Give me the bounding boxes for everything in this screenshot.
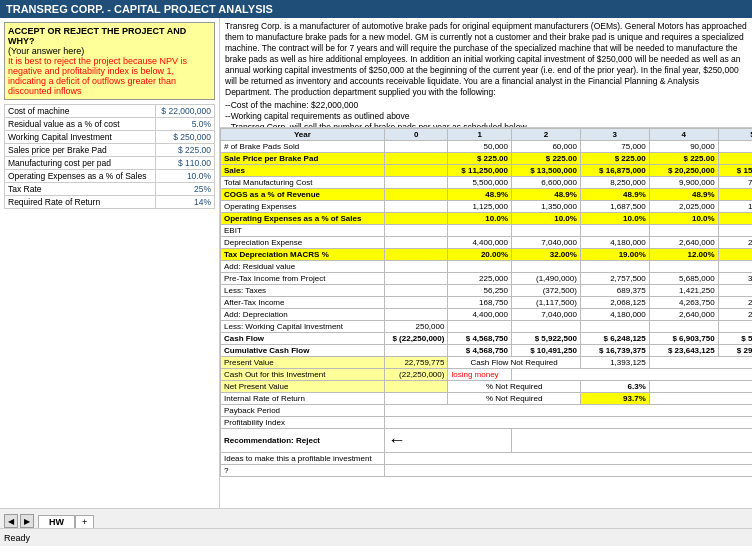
accept-reject-note2: It is best to reject the project because… (8, 56, 211, 96)
cell-r9-c4: 12.00% (649, 249, 718, 261)
title-text: TRANSREG CORP. - CAPITAL PROJECT ANALYSI… (6, 3, 273, 15)
cell-r7-c1 (448, 225, 512, 237)
cell-r16-c0: $ (22,250,000) (384, 333, 448, 345)
pv-value: 22,759,775 (384, 357, 448, 369)
cell-r10-c3 (580, 261, 649, 273)
irr-value: 6.3% (580, 381, 649, 393)
cell-r6-c4: 10.0% (649, 213, 718, 225)
cell-r0-c2: 60,000 (512, 141, 581, 153)
accept-reject-box: ACCEPT OR REJECT THE PROJECT AND WHY? (Y… (4, 22, 215, 100)
accept-reject-note1: (Your answer here) (8, 46, 211, 56)
table-row: Cash Flow$ (22,250,000)$ 4,568,750$ 5,92… (221, 333, 753, 345)
row-label-9: Tax Depreciation MACRS % (221, 249, 385, 261)
cell-r2-c1: $ 11,250,000 (448, 165, 512, 177)
cell-r2-c4: $ 20,250,000 (649, 165, 718, 177)
table-row: Less: Taxes56,250(372,500)689,3751,421,2… (221, 285, 753, 297)
row-label-13: After-Tax Income (221, 297, 385, 309)
input-value-7: 14% (156, 196, 215, 209)
cell-r9-c5: 12.00% (718, 249, 752, 261)
cell-r11-c1: 225,000 (448, 273, 512, 285)
bullets-container: --Cost of the machine: $22,000,000--Work… (225, 100, 747, 128)
input-value-5: 10.0% (156, 170, 215, 183)
recommendation-row: Recommendation: Reject ← (221, 429, 753, 453)
cell-r7-c3 (580, 225, 649, 237)
cell-r9-c2: 32.00% (512, 249, 581, 261)
cell-r12-c1: 56,250 (448, 285, 512, 297)
tab-hw[interactable]: HW (38, 515, 75, 528)
cell-r4-c0 (384, 189, 448, 201)
left-arrow[interactable]: ◀ (4, 514, 18, 528)
cell-r16-c5: $ 5,516,250 (718, 333, 752, 345)
year-1: 1 (448, 129, 512, 141)
cash-out-label: Cash Out for this Investment (221, 369, 385, 381)
cell-r14-c3: 4,180,000 (580, 309, 649, 321)
pi-value: 93.7% (580, 393, 649, 405)
npv-empty (384, 381, 448, 393)
input-value-3: $ 225.00 (156, 144, 215, 157)
cell-r3-c2: 6,600,000 (512, 177, 581, 189)
nav-arrows: ◀ ▶ (4, 514, 34, 528)
tab-add[interactable]: + (75, 515, 94, 528)
cell-r12-c2: (372,500) (512, 285, 581, 297)
cf-not-required: Cash Flow Not Required (448, 357, 580, 369)
input-value-6: 25% (156, 183, 215, 196)
row-label-7: EBIT (221, 225, 385, 237)
table-row: COGS as a % of Revenue48.9%48.9%48.9%48.… (221, 189, 753, 201)
row-label-6: Operating Expenses as a % of Sales (221, 213, 385, 225)
input-label-2: Working Capital Investment (5, 131, 156, 144)
cell-r6-c0 (384, 213, 448, 225)
input-label-6: Tax Rate (5, 183, 156, 196)
cell-r16-c3: $ 6,248,125 (580, 333, 649, 345)
npv-label: Net Present Value (221, 381, 385, 393)
year-4: 4 (649, 129, 718, 141)
table-row: # of Brake Pads Sold50,00060,00075,00090… (221, 141, 753, 153)
cell-r8-c5: 2,640,000 (718, 237, 752, 249)
cell-r5-c0 (384, 201, 448, 213)
year-0: 0 (384, 129, 448, 141)
irr-label: Internal Rate of Return (221, 393, 385, 405)
question-row: ? (221, 465, 753, 477)
cell-r11-c3: 2,757,500 (580, 273, 649, 285)
cell-r1-c5: $ 225.00 (718, 153, 752, 165)
cell-r2-c5: $ 15,750,000 (718, 165, 752, 177)
row-label-2: Sales (221, 165, 385, 177)
row-label-11: Pre-Tax Income from Project (221, 273, 385, 285)
cell-r15-c2 (512, 321, 581, 333)
input-label-4: Manufacturing cost per pad (5, 157, 156, 170)
cell-r14-c1: 4,400,000 (448, 309, 512, 321)
cell-r3-c0 (384, 177, 448, 189)
cell-r13-c3: 2,068,125 (580, 297, 649, 309)
cell-r9-c1: 20.00% (448, 249, 512, 261)
table-row: Add: Residual value1,100,000 (221, 261, 753, 273)
cell-r8-c1: 4,400,000 (448, 237, 512, 249)
cell-r16-c4: $ 6,903,750 (649, 333, 718, 345)
year-5: 5 (718, 129, 752, 141)
cell-r7-c0 (384, 225, 448, 237)
cell-r1-c0 (384, 153, 448, 165)
right-arrow[interactable]: ▶ (20, 514, 34, 528)
row-label-8: Depreciation Expense (221, 237, 385, 249)
ideas-row: Ideas to make this a profitable investme… (221, 453, 753, 465)
row-label-4: COGS as a % of Revenue (221, 189, 385, 201)
cell-r2-c3: $ 16,875,000 (580, 165, 649, 177)
cell-r13-c4: 4,263,750 (649, 297, 718, 309)
npv-row: Net Present Value % Not Required 6.3% ← (221, 381, 753, 393)
input-value-0: $ 22,000,000 (156, 105, 215, 118)
cell-r6-c5: 10.0% (718, 213, 752, 225)
cell-r0-c4: 90,000 (649, 141, 718, 153)
cell-r9-c0 (384, 249, 448, 261)
cell-r11-c4: 5,685,000 (649, 273, 718, 285)
accept-reject-title: ACCEPT OR REJECT THE PROJECT AND WHY? (8, 26, 211, 46)
cell-r17-c3: $ 16,739,375 (580, 345, 649, 357)
payback-row: Payback Period (221, 405, 753, 417)
cell-r4-c4: 48.9% (649, 189, 718, 201)
row-label-14: Add: Depreciation (221, 309, 385, 321)
tab-bar: ◀ ▶ HW + (0, 508, 752, 528)
left-panel: ACCEPT OR REJECT THE PROJECT AND WHY? (Y… (0, 18, 220, 508)
cell-r10-c0 (384, 261, 448, 273)
cell-r2-c2: $ 13,500,000 (512, 165, 581, 177)
cell-r8-c4: 2,640,000 (649, 237, 718, 249)
row-label-1: Sale Price per Brake Pad (221, 153, 385, 165)
cell-r0-c1: 50,000 (448, 141, 512, 153)
cell-r10-c2 (512, 261, 581, 273)
